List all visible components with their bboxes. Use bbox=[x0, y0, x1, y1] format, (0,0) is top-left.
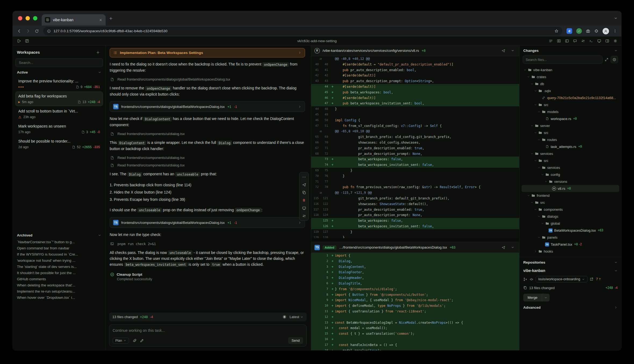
tree-file[interactable]: TSTaskPanel.tsx+8-2 bbox=[522, 241, 619, 248]
tree-file[interactable]: TSBetaWorkspacesDialog.tsx+63 bbox=[522, 227, 619, 234]
tab-search-icon[interactable] bbox=[614, 16, 618, 20]
tree-file[interactable]: query-70b21c5c0a2ba5c21c9c1132f14a68... bbox=[522, 94, 619, 101]
extension-blue-icon[interactable]: d bbox=[567, 28, 572, 34]
tree-folder[interactable]: versions bbox=[522, 178, 619, 185]
tree-file[interactable]: Rv8.rs+8 bbox=[522, 185, 619, 192]
attach-icon[interactable] bbox=[132, 338, 137, 343]
files-changed-bar[interactable]: 13 files changed +248 -4 Latest bbox=[109, 312, 307, 321]
archived-workspace-item[interactable]: If the WYSIWYG is focussed in `Cre... bbox=[15, 251, 103, 257]
tree-folder[interactable]: config bbox=[522, 171, 619, 178]
archived-workspace-item[interactable]: Open command bar from navbar bbox=[15, 245, 103, 251]
edit-icon[interactable] bbox=[140, 338, 144, 343]
preview-icon[interactable] bbox=[596, 38, 603, 44]
message-input[interactable] bbox=[113, 328, 303, 333]
conversation-scroll[interactable]: Implementation Plan: Beta Workspaces Set… bbox=[106, 45, 311, 310]
tree-folder[interactable]: server bbox=[522, 122, 619, 129]
address-bar[interactable]: 127.0.0.1:57095/workspaces/c63c9fd6-dfb8… bbox=[43, 27, 562, 35]
tree-folder[interactable]: models bbox=[522, 108, 619, 115]
profile-avatar[interactable] bbox=[603, 28, 609, 34]
send-to-editor-icon[interactable] bbox=[300, 181, 307, 188]
repositories-header[interactable]: Repositories bbox=[523, 258, 618, 267]
view-list-icon[interactable] bbox=[547, 38, 554, 44]
version-selector[interactable]: Latest bbox=[290, 315, 303, 319]
archived-workspace-item[interactable]: GitHub comments bbox=[15, 276, 103, 282]
browser-menu-icon[interactable] bbox=[613, 29, 617, 33]
board-icon[interactable] bbox=[23, 38, 30, 44]
exit-workspace-icon[interactable] bbox=[15, 38, 22, 44]
archived-workspace-item[interactable]: Implement the re-run setup/cleanu... bbox=[15, 288, 103, 294]
implementation-plan-banner[interactable]: Implementation Plan: Beta Workspaces Set… bbox=[110, 48, 305, 57]
workspace-item[interactable]: Add beta flag for workspaces ▶5m ago13+2… bbox=[15, 92, 103, 106]
tree-folder[interactable]: services bbox=[522, 164, 619, 171]
archived-workspace-item[interactable]: 'workspace not found' when trying ... bbox=[15, 257, 103, 264]
tab-close-icon[interactable] bbox=[99, 18, 102, 22]
forward-button[interactable] bbox=[26, 29, 30, 33]
tree-folder[interactable]: dialogs bbox=[522, 213, 619, 220]
send-to-editor-icon[interactable] bbox=[500, 244, 507, 251]
panel-right-icon[interactable] bbox=[604, 38, 611, 44]
file-change-card[interactable]: TSfrontend/src/components/dialogs/global… bbox=[110, 101, 305, 112]
diff-content[interactable]: @@ -40,8 +40,12 @@4040 #[serde(default =… bbox=[311, 56, 519, 238]
workspace-item[interactable]: Add scroll to bottom button in `Virt... … bbox=[15, 107, 103, 121]
archived-workspace-item[interactable]: It shouldn't be possible for just the ..… bbox=[15, 270, 103, 276]
extensions-puzzle-icon[interactable] bbox=[594, 29, 599, 33]
add-workspace-button[interactable] bbox=[94, 49, 101, 56]
collapse-diff-icon[interactable] bbox=[509, 48, 516, 54]
close-window-button[interactable] bbox=[18, 16, 22, 20]
diff-hunk-row[interactable]: @@ -115,7 +121,9 @@ bbox=[311, 190, 519, 196]
tree-folder[interactable]: src bbox=[522, 101, 619, 108]
repository-row[interactable]: vibe-kanban bbox=[523, 267, 618, 274]
changes-header[interactable]: Changes bbox=[520, 45, 621, 56]
send-to-editor-icon[interactable] bbox=[500, 48, 507, 54]
workspace-search-input[interactable] bbox=[15, 58, 103, 67]
diff-content[interactable]: 1+import {2+ Dialog,3+ DialogContent,4+ … bbox=[311, 253, 519, 350]
browser-tab[interactable]: vibe-kanban bbox=[42, 14, 106, 26]
back-button[interactable] bbox=[17, 29, 22, 33]
tree-folder[interactable]: services bbox=[522, 150, 619, 157]
tree-folder[interactable]: src bbox=[522, 199, 619, 206]
mode-selector[interactable]: Plan bbox=[113, 338, 129, 344]
diff-hunk-row[interactable]: @@ -65,8 +69,10 @@ bbox=[311, 129, 519, 134]
tool-call-row[interactable]: Read frontend/src/components/ui/dialog.t… bbox=[110, 156, 305, 160]
git-compare-icon[interactable] bbox=[579, 38, 586, 44]
branch-selector[interactable]: louis/workspace-onboarding bbox=[536, 276, 588, 282]
comments-icon[interactable] bbox=[571, 38, 578, 44]
sparkle-icon[interactable] bbox=[282, 315, 286, 319]
extension-green-icon[interactable] bbox=[576, 28, 582, 34]
archived-workspace-item[interactable]: When deleting the workspace that'... bbox=[15, 282, 103, 288]
merge-options-icon[interactable] bbox=[542, 294, 550, 301]
tool-call-row[interactable]: Read frontend/src/components/ui/dialog.t… bbox=[110, 163, 305, 167]
archived-workspace-item[interactable]: When hover over `Dropdown.tsx` i... bbox=[15, 294, 103, 301]
tree-folder[interactable]: frontend bbox=[522, 192, 619, 199]
diff-hunk-row[interactable]: @@ -40,8 +40,12 @@ bbox=[311, 56, 519, 62]
compare-icon[interactable] bbox=[300, 212, 307, 219]
new-tab-button[interactable] bbox=[109, 16, 113, 20]
workspace-item[interactable]: Mark workspaces as unseen 17h ago3+45-0 bbox=[15, 122, 103, 136]
tree-folder[interactable]: .sqlx bbox=[522, 87, 619, 94]
layout-columns-icon[interactable] bbox=[555, 38, 562, 44]
tree-file[interactable]: workspace.rs+8 bbox=[522, 115, 619, 122]
file-change-card[interactable]: TSfrontend/src/components/dialogs/global… bbox=[110, 217, 305, 228]
stop-icon[interactable] bbox=[300, 197, 307, 204]
file-search-input[interactable] bbox=[523, 56, 603, 64]
diff-header[interactable]: R /vibe-kanban/crates/services/src/servi… bbox=[311, 45, 519, 56]
panel-left-icon[interactable] bbox=[563, 38, 570, 44]
workspace-item[interactable]: Improve the preview functionality: ... ●… bbox=[15, 77, 103, 91]
tree-folder[interactable]: routes bbox=[522, 136, 619, 143]
tree-folder[interactable]: hooks bbox=[522, 248, 619, 255]
display-icon[interactable] bbox=[300, 205, 307, 212]
tree-folder[interactable]: global bbox=[522, 220, 619, 227]
site-info-icon[interactable] bbox=[47, 29, 51, 33]
reload-button[interactable] bbox=[35, 29, 39, 33]
bookmark-star-icon[interactable] bbox=[554, 29, 558, 33]
minimize-window-button[interactable] bbox=[26, 16, 30, 20]
tree-folder[interactable]: src bbox=[522, 157, 619, 164]
workspace-item[interactable]: Should be possible to reorder... 2d ago5… bbox=[15, 137, 103, 151]
tree-folder[interactable]: panels bbox=[522, 234, 619, 241]
tree-folder[interactable]: crates bbox=[522, 73, 619, 80]
tool-call-row[interactable]: Read frontend/src/components/ui/dialog.t… bbox=[110, 132, 305, 136]
cleanup-script-status[interactable]: Cleanup ScriptCompleted successfully bbox=[110, 272, 305, 281]
tree-folder[interactable]: components bbox=[522, 206, 619, 213]
tool-call-row[interactable]: Read frontend/src/components/dialogs/glo… bbox=[110, 77, 305, 81]
copy-icon[interactable] bbox=[300, 189, 307, 196]
